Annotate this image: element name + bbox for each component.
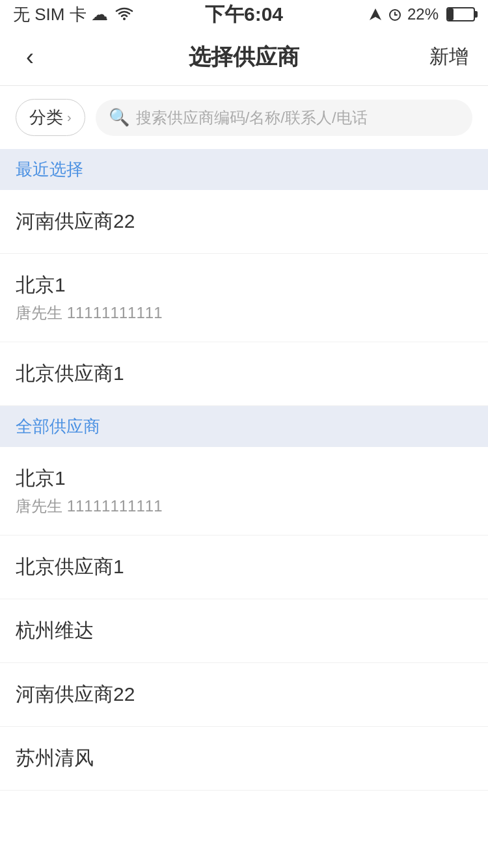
location-icon: [368, 7, 383, 21]
search-placeholder: 搜索供应商编码/名称/联系人/电话: [136, 107, 368, 128]
battery-text: 22%: [407, 5, 439, 23]
list-item[interactable]: 苏州清风: [0, 727, 488, 791]
search-icon: 🔍: [109, 107, 129, 128]
list-item[interactable]: 杭州维达: [0, 599, 488, 663]
page-title: 选择供应商: [189, 42, 299, 72]
item-name: 杭州维达: [16, 617, 472, 644]
item-name: 北京供应商1: [16, 360, 472, 387]
item-name: 苏州清风: [16, 745, 472, 772]
search-area: 分类 › 🔍 搜索供应商编码/名称/联系人/电话: [0, 86, 488, 149]
search-input-wrap[interactable]: 🔍 搜索供应商编码/名称/联系人/电话: [96, 100, 472, 136]
status-left: 无 SIM 卡 ☁: [13, 3, 134, 26]
item-name: 北京1: [16, 272, 472, 299]
item-sub: 唐先生 11111111111: [16, 303, 472, 323]
battery-icon: [446, 7, 475, 21]
recent-items-list: 河南供应商22北京1唐先生 11111111111北京供应商1: [0, 190, 488, 406]
list-item[interactable]: 河南供应商22: [0, 663, 488, 727]
item-sub: 唐先生 11111111111: [16, 496, 472, 517]
no-sim-text: 无 SIM 卡 ☁: [13, 3, 108, 26]
recent-section-header: 最近选择: [0, 149, 488, 190]
status-right: 22%: [368, 5, 475, 23]
recent-section-label: 最近选择: [16, 159, 83, 179]
svg-marker-1: [370, 8, 381, 20]
all-section-header: 全部供应商: [0, 406, 488, 447]
add-button[interactable]: 新增: [429, 44, 468, 70]
category-button[interactable]: 分类 ›: [16, 99, 85, 136]
wifi-icon: [115, 7, 134, 21]
chevron-right-icon: ›: [67, 110, 72, 125]
alarm-icon: [388, 7, 402, 21]
all-items-list: 北京1唐先生 11111111111北京供应商1杭州维达河南供应商22苏州清风: [0, 447, 488, 791]
status-bar: 无 SIM 卡 ☁ 下午6:04 22%: [0, 0, 488, 29]
list-item[interactable]: 北京供应商1: [0, 342, 488, 406]
item-name: 河南供应商22: [16, 208, 472, 235]
back-button[interactable]: ‹: [20, 37, 40, 77]
category-label: 分类: [29, 106, 63, 129]
list-item[interactable]: 北京供应商1: [0, 536, 488, 599]
list-item[interactable]: 河南供应商22: [0, 190, 488, 254]
list-item[interactable]: 北京1唐先生 11111111111: [0, 254, 488, 342]
list-item[interactable]: 北京1唐先生 11111111111: [0, 447, 488, 536]
item-name: 北京1: [16, 465, 472, 492]
nav-bar: ‹ 选择供应商 新增: [0, 29, 488, 86]
item-name: 河南供应商22: [16, 681, 472, 708]
item-name: 北京供应商1: [16, 554, 472, 580]
all-section-label: 全部供应商: [16, 416, 100, 436]
svg-point-0: [123, 18, 126, 20]
status-time: 下午6:04: [205, 1, 283, 28]
